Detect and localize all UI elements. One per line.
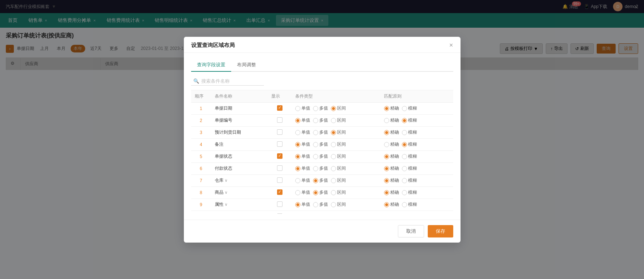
modal-overlay: 设置查询区域布局 × 查询字段设置 布局调整 🔍 [0,0,644,74]
modal: 设置查询区域布局 × 查询字段设置 布局调整 🔍 [184,37,461,75]
modal-close-btn[interactable]: × [449,42,453,48]
modal-title: 设置查询区域布局 [191,42,235,49]
modal-body: 查询字段设置 布局调整 🔍 顺序 条件名称 显示 [184,53,461,75]
modal-header: 设置查询区域布局 × [184,37,461,53]
tab-layout[interactable]: 布局调整 [231,59,262,72]
tab-query-fields[interactable]: 查询字段设置 [191,59,231,72]
modal-tabs: 查询字段设置 布局调整 [191,59,453,72]
